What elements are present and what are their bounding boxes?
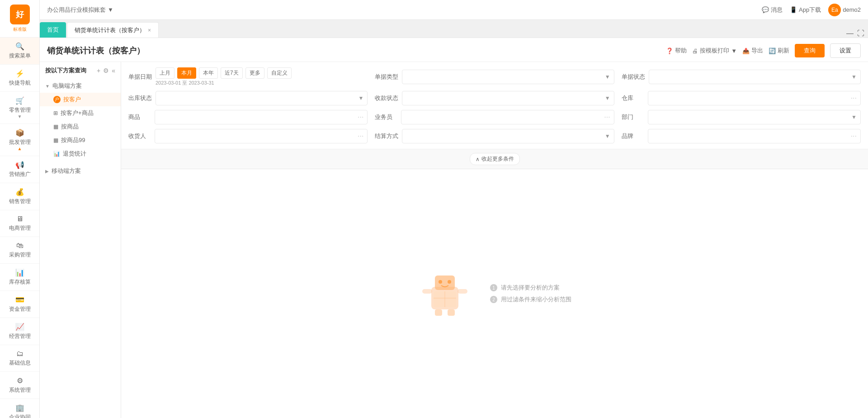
sidebar-item-finance[interactable]: 💳 资金管理 [0, 291, 39, 318]
tip-number-2: 2 [490, 296, 497, 303]
order-type-label: 单据类型 [375, 73, 398, 81]
tree-item-goods[interactable]: ▦ 按商品 [40, 120, 121, 133]
date-current-month-btn[interactable]: 本月 [177, 67, 196, 79]
settlement-select[interactable]: ▼ [402, 129, 614, 143]
panel-title: 按以下方案查询 [45, 66, 86, 75]
scheme-settings-btn[interactable]: ⚙ [103, 67, 109, 74]
empty-state-area: 1 请先选择要分析的方案 2 用过滤条件来缩小分析范围 [121, 169, 868, 418]
order-type-select[interactable]: ▼ [402, 70, 614, 84]
add-scheme-btn[interactable]: + [97, 67, 100, 74]
sidebar-item-ecommerce[interactable]: 🖥 电商管理 [0, 210, 39, 237]
message-icon: 💬 [762, 6, 769, 13]
sidebar-label-quicknav: 快捷导航 [9, 79, 31, 87]
date-year-btn[interactable]: 本年 [199, 67, 218, 79]
filter-area: 单据日期 上月 本月 本年 近7天 更多 自定义 20 [121, 62, 868, 149]
tip-number-1: 1 [490, 284, 497, 291]
export-btn[interactable]: 📤 导出 [742, 47, 763, 55]
receiver-label: 收货人 [128, 132, 151, 140]
filter-brand: 品牌 ··· [622, 129, 861, 143]
sidebar-item-system[interactable]: ⚙ 系统管理 [0, 372, 39, 399]
basics-icon: 🗂 [16, 350, 24, 358]
sidebar-label-enterprise: 企业协同 [9, 413, 31, 418]
sidebar-item-marketing[interactable]: 📢 营销推广 [0, 156, 39, 183]
user-profile[interactable]: Ea demo2 [828, 4, 861, 16]
settings-button[interactable]: 设置 [830, 43, 861, 58]
department-select[interactable]: ▼ [648, 110, 861, 124]
stock-status-select[interactable]: ▼ [156, 91, 368, 105]
date-prev-month-btn[interactable]: 上月 [156, 67, 175, 79]
warehouse-label: 仓库 [622, 94, 644, 102]
tree-item-goods99[interactable]: ▦ 按商品99 [40, 133, 121, 147]
filter-department: 部门 ▼ [622, 110, 861, 124]
sidebar-label-operations: 经营管理 [9, 332, 31, 340]
payment-status-select[interactable]: ▼ [402, 91, 614, 105]
help-btn[interactable]: ❓ 帮助 [666, 47, 687, 55]
chevron-up-icon: ▲ [18, 146, 22, 151]
sidebar-label-finance: 资金管理 [9, 305, 31, 313]
tab-home[interactable]: 首页 [40, 22, 66, 38]
sidebar-item-basics[interactable]: 🗂 基础信息 [0, 345, 39, 372]
sidebar-label-search: 搜索菜单 [9, 52, 31, 60]
salesman-label: 业务员 [375, 113, 397, 121]
panel-header: 按以下方案查询 + ⚙ « [40, 62, 121, 79]
sidebar-item-quicknav[interactable]: ⚡ 快捷导航 [0, 65, 39, 92]
sidebar-item-wholesale[interactable]: 📦 批发管理 ▲ [0, 124, 39, 156]
content: 销货单统计计表（按客户） ❓ 帮助 🖨 按模板打印 ▼ 📤 导出 🔄 刷新 [40, 38, 868, 418]
sidebar-item-purchase[interactable]: 🛍 采购管理 [0, 237, 39, 264]
sidebar-item-search[interactable]: 🔍 搜索菜单 [0, 38, 39, 65]
tab-close-icon[interactable]: × [148, 27, 151, 33]
industry-selector[interactable]: 办公用品行业模拟账套 ▼ [47, 6, 113, 14]
filter-row2: 出库状态 ▼ 收款状态 ▼ [128, 91, 861, 105]
app-download-btn[interactable]: 📱 App下载 [790, 6, 821, 14]
svg-rect-6 [422, 289, 432, 294]
sidebar-item-sales[interactable]: 💰 销售管理 [0, 183, 39, 210]
salesman-select[interactable]: ··· [401, 110, 614, 124]
mobile-group-header[interactable]: ▶ 移动端方案 [40, 164, 121, 178]
tab-maximize-btn[interactable]: ⛶ [857, 29, 864, 38]
top-header: 办公用品行业模拟账套 ▼ 💬 消息 📱 App下载 Ea demo2 [40, 0, 868, 20]
date-7days-btn[interactable]: 近7天 [221, 67, 243, 79]
industry-label: 办公用品行业模拟账套 [47, 6, 106, 14]
chevron-down-icon5: ▼ [851, 114, 857, 120]
panel-icons: + ⚙ « [97, 67, 115, 74]
tab-sales-stats[interactable]: 销货单统计计表（按客户） × [67, 22, 159, 38]
receiver-select[interactable]: ··· [155, 129, 368, 143]
order-status-select[interactable]: ▼ [649, 70, 861, 84]
bar-chart-icon: 📊 [53, 151, 60, 157]
page-header: 销货单统计计表（按客户） ❓ 帮助 🖨 按模板打印 ▼ 📤 导出 🔄 刷新 [40, 38, 868, 62]
query-button[interactable]: 查询 [795, 44, 825, 57]
messages-btn[interactable]: 💬 消息 [762, 6, 783, 14]
warehouse-select[interactable]: ··· [648, 91, 861, 105]
print-btn[interactable]: 🖨 按模板打印 ▼ [692, 47, 737, 55]
tree-item-customer[interactable]: 户 按客户 [40, 93, 121, 106]
messages-label: 消息 [771, 6, 783, 14]
sidebar-item-retail[interactable]: 🛒 零售管理 ▼ [0, 92, 39, 124]
sidebar-item-operations[interactable]: 📈 经营管理 [0, 318, 39, 345]
sidebar-item-enterprise[interactable]: 🏢 企业协同 [0, 399, 39, 418]
desktop-group-header[interactable]: ▼ 电脑端方案 [40, 79, 121, 93]
svg-rect-1 [435, 276, 455, 290]
tree-item-customer-goods[interactable]: ⊞ 按客户+商品 [40, 106, 121, 120]
sidebar-label-inventory: 库存核算 [9, 278, 31, 286]
goods-select[interactable]: ··· [155, 110, 368, 124]
tree-item-return-stats[interactable]: 📊 退货统计 [40, 147, 121, 161]
tabs-right: — ⛶ [843, 29, 868, 38]
filter-payment-status: 收款状态 ▼ [375, 91, 614, 105]
collapse-label: 收起更多条件 [481, 155, 514, 163]
date-custom-btn[interactable]: 自定义 [267, 67, 292, 79]
refresh-btn[interactable]: 🔄 刷新 [769, 47, 789, 55]
tip-text-1: 请先选择要分析的方案 [501, 284, 560, 292]
brand-select[interactable]: ··· [648, 129, 861, 143]
collapse-panel-btn[interactable]: « [112, 67, 115, 74]
date-more-btn[interactable]: 更多 [245, 67, 264, 79]
sidebar-label-wholesale: 批发管理 [9, 138, 31, 146]
collapse-more-btn[interactable]: ∧ 收起更多条件 [470, 153, 520, 165]
system-icon: ⚙ [17, 376, 23, 385]
tree-item-label-1: 按商品 [61, 123, 79, 131]
sidebar-item-inventory[interactable]: 📊 库存核算 [0, 264, 39, 291]
filter-receiver: 收货人 ··· [128, 129, 368, 143]
stock-status-label: 出库状态 [128, 94, 152, 102]
tab-minimize-btn[interactable]: — [846, 29, 854, 38]
mobile-group: ▶ 移动端方案 [40, 164, 121, 181]
brand-label: 品牌 [622, 132, 644, 140]
